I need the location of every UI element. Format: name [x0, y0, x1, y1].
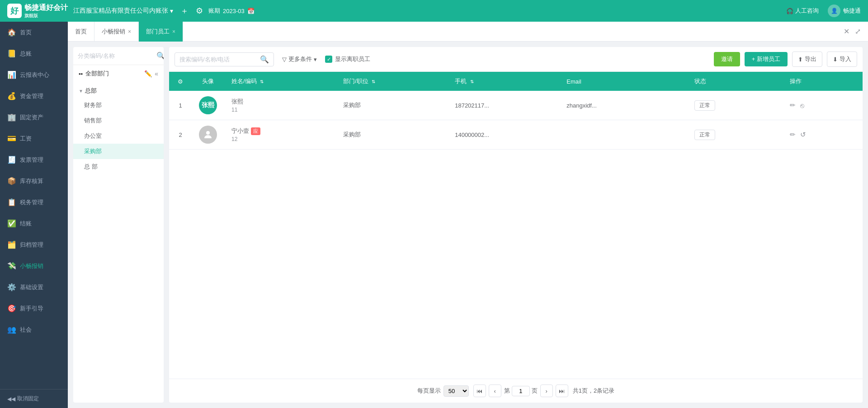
sidebar-item-assets[interactable]: 🏢 固定资产: [0, 107, 68, 128]
th-dept[interactable]: 部门/职位 ⇅: [336, 72, 448, 91]
sidebar-item-basic[interactable]: ⚙️ 基础设置: [0, 277, 68, 298]
edit-icon[interactable]: ✏: [790, 101, 796, 109]
dept-panel: 🔍 ▪▪ 全部部门 ✏️ « ▼ 总部 财务部: [73, 47, 164, 403]
cell-dept: 采购部: [336, 120, 448, 150]
edit-dept-icon[interactable]: ✏️: [144, 70, 152, 77]
logo-icon: 好: [7, 4, 22, 18]
all-dept-header[interactable]: ▪▪ 全部部门 ✏️ «: [73, 65, 164, 82]
page-nav: ⏮ ‹ 第 页 › ⏭: [473, 385, 568, 397]
dept-search-bar: 🔍: [73, 47, 164, 65]
dept-search-input[interactable]: [78, 52, 154, 59]
dept-tree-item-office[interactable]: 办公室: [73, 128, 164, 144]
filter-button[interactable]: ▽ 更多条件 ▾: [278, 53, 321, 65]
dept-header-icons: ✏️ «: [144, 70, 158, 77]
emp-search-bar: 🔍: [175, 52, 274, 66]
sidebar-item-home[interactable]: 🏠 首页: [0, 22, 68, 43]
export-button[interactable]: ⬆ 导出: [792, 52, 822, 67]
sidebar-item-inventory[interactable]: 📦 库存核算: [0, 170, 68, 192]
calendar-icon[interactable]: 📅: [247, 8, 255, 14]
tab-dept-emp-close[interactable]: ×: [172, 28, 175, 35]
tab-home[interactable]: 首页: [68, 22, 94, 42]
cell-avatar: [192, 120, 224, 150]
invite-button[interactable]: 邀请: [714, 52, 740, 66]
prev-page-button[interactable]: ‹: [489, 385, 501, 397]
sidebar-label-assets: 固定资产: [20, 113, 43, 122]
sidebar-item-guide[interactable]: 🎯 新手引导: [0, 298, 68, 319]
company-selector[interactable]: 江西服宝精品有限责任公司内账张 ▾: [73, 7, 173, 15]
sidebar-item-funds[interactable]: 💰 资金管理: [0, 85, 68, 107]
cell-action: ✏⎋: [783, 91, 863, 120]
sidebar-item-social[interactable]: 👥 社会: [0, 319, 68, 340]
sidebar-item-ledger[interactable]: 📒 总账: [0, 43, 68, 64]
sidebar-label-archive: 归档管理: [20, 241, 43, 249]
show-resigned-toggle[interactable]: ✓ 显示离职员工: [325, 55, 370, 63]
sidebar-item-invoice[interactable]: 🧾 发票管理: [0, 149, 68, 170]
guide-icon: 🎯: [7, 304, 16, 313]
th-status: 状态: [687, 72, 783, 91]
user-menu[interactable]: 👤 畅捷通: [828, 5, 861, 17]
add-company-button[interactable]: ＋: [179, 5, 190, 16]
sidebar-item-reports[interactable]: 📊 云报表中心: [0, 64, 68, 85]
sidebar-item-archive[interactable]: 🗂️ 归档管理: [0, 234, 68, 255]
import-button[interactable]: ⬇ 导入: [827, 52, 857, 67]
tabs-bar: 首页 小畅报销 × 部门员工 × ✕ ⤢: [68, 22, 868, 42]
headset-icon: 🎧: [786, 8, 793, 14]
ledger-icon: 📒: [7, 49, 16, 58]
filter-icon: ▽: [282, 56, 287, 63]
sidebar-item-tax[interactable]: 📋 税务管理: [0, 192, 68, 213]
logout-icon[interactable]: ⎋: [800, 102, 804, 109]
sidebar-item-close[interactable]: ✅ 结账: [0, 213, 68, 234]
dept-tree-item-finance[interactable]: 财务部: [73, 98, 164, 113]
service-button[interactable]: 🎧 人工咨询: [786, 7, 819, 15]
collapse-icon[interactable]: «: [155, 70, 158, 77]
emp-search-icon[interactable]: 🔍: [260, 55, 269, 64]
pagination-bar: 每页显示 50 10 20 100 ⏮ ‹ 第: [169, 379, 863, 403]
funds-icon: 💰: [7, 92, 16, 100]
company-name: 江西服宝精品有限责任公司内账张: [73, 7, 168, 15]
dept-tree-item-sales[interactable]: 销售部: [73, 113, 164, 128]
tab-expense[interactable]: 小畅报销 ×: [94, 22, 139, 42]
filter-label: 更多条件: [288, 55, 312, 63]
th-name[interactable]: 姓名/编码 ⇅: [224, 72, 336, 91]
th-action: 操作: [783, 72, 863, 91]
settings-icon[interactable]: ⚙: [196, 6, 203, 16]
emp-search-input[interactable]: [179, 56, 257, 63]
show-resigned-label: 显示离职员工: [335, 55, 370, 63]
th-settings[interactable]: ⚙: [169, 72, 192, 91]
app-edition: 旗舰版: [24, 13, 68, 19]
next-page-button[interactable]: ›: [540, 385, 553, 397]
first-page-button[interactable]: ⏮: [473, 385, 486, 397]
last-page-button[interactable]: ⏭: [556, 385, 568, 397]
total-info: 共1页，2条记录: [573, 387, 614, 395]
sidebar-item-salary[interactable]: 💳 工资: [0, 128, 68, 149]
edit-icon[interactable]: ✏: [790, 131, 796, 139]
dept-tree-item-hq2[interactable]: 总 部: [73, 159, 164, 174]
per-page-select[interactable]: 50 10 20 100: [443, 385, 469, 397]
top-bar-right: 🎧 人工咨询 👤 畅捷通: [786, 5, 861, 17]
tab-expand-icon[interactable]: ⤢: [853, 25, 863, 38]
period-value: 2023-03: [223, 8, 245, 14]
tab-dept-emp[interactable]: 部门员工 ×: [139, 22, 183, 42]
close-month-icon: ✅: [7, 219, 16, 228]
unpin-label: 取消固定: [17, 395, 39, 403]
emp-code: 12: [231, 136, 329, 142]
add-employee-button[interactable]: + 新增员工: [745, 52, 788, 66]
user-avatar: 👤: [828, 5, 840, 17]
page-number-input[interactable]: [512, 386, 530, 396]
delete-icon[interactable]: ↺: [800, 131, 806, 139]
dept-search-icon[interactable]: 🔍: [156, 52, 164, 60]
period-label: 账期: [208, 7, 220, 15]
sidebar-label-tax: 税务管理: [20, 198, 43, 206]
tab-expense-close[interactable]: ×: [128, 28, 131, 35]
tab-close-all-icon[interactable]: ✕: [842, 25, 851, 38]
th-phone[interactable]: 手机 ⇅: [448, 72, 559, 91]
dept-tree-parent-hq[interactable]: ▼ 总部: [73, 84, 164, 98]
sidebar-item-expense[interactable]: 💸 小畅报销: [0, 255, 68, 277]
unpin-button[interactable]: ◀◀ 取消固定: [0, 389, 68, 408]
cell-phone: 187202117...: [448, 91, 559, 120]
sidebar-label-reports: 云报表中心: [20, 71, 49, 79]
filter-chevron-icon: ▾: [314, 56, 317, 63]
action-icons: ✏↺: [790, 131, 855, 139]
page-content: 🔍 ▪▪ 全部部门 ✏️ « ▼ 总部 财务部: [68, 42, 868, 408]
dept-tree-item-purchase[interactable]: 采购部: [73, 144, 164, 159]
